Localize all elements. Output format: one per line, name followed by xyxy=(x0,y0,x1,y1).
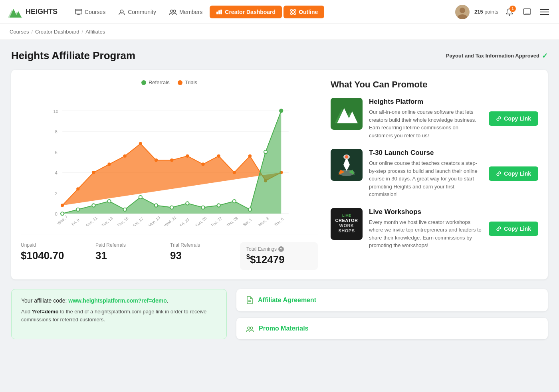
stat-total: Total Earnings ? $$12479 xyxy=(240,242,318,270)
svg-point-50 xyxy=(186,154,189,158)
svg-text:2: 2 xyxy=(55,191,57,196)
help-icon[interactable]: ? xyxy=(278,246,284,252)
doc-icon xyxy=(246,296,253,304)
t30-content: T-30 Launch Course Our online course tha… xyxy=(369,149,482,198)
nav-members[interactable]: Members xyxy=(163,6,208,18)
svg-point-48 xyxy=(155,158,158,162)
svg-point-8 xyxy=(170,10,173,12)
svg-point-22 xyxy=(460,8,465,13)
copy-link-heights-btn[interactable]: Copy Link xyxy=(489,111,538,126)
points-display: 215 points xyxy=(474,9,498,15)
affiliate-agreement-link[interactable]: Affiliate Agreement xyxy=(236,289,548,311)
svg-point-44 xyxy=(92,171,95,174)
workshops-name: Live Workshops xyxy=(369,208,482,216)
breadcrumb-affiliates[interactable]: Affiliates xyxy=(85,29,105,35)
svg-text:Wed, 7: Wed, 7 xyxy=(56,214,69,226)
affiliate-code-text: Your affiliate code: www.heightsplatform… xyxy=(21,297,217,304)
heights-platform-desc: Our all-in-one online course software th… xyxy=(369,108,482,139)
copy-link-t30-btn[interactable]: Copy Link xyxy=(489,166,538,181)
svg-point-15 xyxy=(291,12,293,14)
svg-rect-12 xyxy=(220,10,222,14)
svg-text:Sat, 1: Sat, 1 xyxy=(242,217,253,226)
svg-rect-25 xyxy=(523,9,531,14)
heights-platform-img xyxy=(331,98,363,130)
svg-text:Sun, 25: Sun, 25 xyxy=(194,216,208,226)
header-right: 215 points 1 xyxy=(455,5,551,19)
affiliate-prefix: Your affiliate code: xyxy=(21,297,68,304)
approved-badge: Payout and Tax Information Approved ✓ xyxy=(446,51,548,60)
svg-text:0: 0 xyxy=(55,212,57,216)
outline-label: Outline xyxy=(299,9,318,15)
svg-point-71 xyxy=(264,150,267,153)
promote-item-heights: Heights Platform Our all-in-one online c… xyxy=(331,98,538,139)
svg-point-9 xyxy=(173,10,176,12)
stat-trial: Trial Referrals 93 xyxy=(165,242,240,270)
paid-value: 31 xyxy=(95,249,161,262)
trial-value: 93 xyxy=(170,249,235,262)
hamburger-icon xyxy=(540,9,549,15)
notifications-btn[interactable]: 1 xyxy=(503,6,516,18)
breadcrumb-sep-1: / xyxy=(31,29,33,35)
header: HEIGHTS Courses Community Members Creato… xyxy=(0,0,559,24)
copy-link-workshops-btn[interactable]: Copy Link xyxy=(489,222,538,236)
legend-referrals: Referrals xyxy=(141,79,170,85)
svg-point-62 xyxy=(123,208,127,211)
hamburger-btn[interactable] xyxy=(538,6,551,18)
avatar[interactable] xyxy=(455,5,470,19)
nav-courses[interactable]: Courses xyxy=(69,6,111,18)
svg-point-53 xyxy=(233,171,236,174)
heights-platform-name: Heights Platform xyxy=(369,98,482,106)
promote-title: What You Can Promote xyxy=(331,79,538,90)
page-header: Heights Affiliate Program Payout and Tax… xyxy=(11,49,548,62)
svg-text:6: 6 xyxy=(55,150,57,155)
svg-text:Tue, 27: Tue, 27 xyxy=(210,216,223,226)
promo-materials-link[interactable]: Promo Materials xyxy=(236,318,548,339)
breadcrumb: Courses / Creator Dashboard / Affiliates xyxy=(0,24,559,40)
creator-dashboard-label: Creator Dashboard xyxy=(225,9,276,15)
trials-label: Trials xyxy=(185,79,197,85)
svg-point-43 xyxy=(76,187,79,190)
link-icon-3 xyxy=(496,226,502,232)
chart-section: Referrals Trials 0 2 4 6 8 1 xyxy=(21,79,318,270)
page-title: Heights Affiliate Program xyxy=(11,49,135,62)
svg-point-66 xyxy=(186,202,189,205)
svg-text:Sat, 17: Sat, 17 xyxy=(132,216,144,226)
nav-community[interactable]: Community xyxy=(113,6,162,18)
messages-btn[interactable] xyxy=(521,6,533,18)
svg-point-16 xyxy=(294,12,296,14)
svg-text:Mon, 3: Mon, 3 xyxy=(258,216,270,226)
outline-btn[interactable]: Outline xyxy=(283,6,324,18)
svg-point-67 xyxy=(201,206,204,209)
promo-icon xyxy=(246,325,254,332)
t30-img xyxy=(331,149,363,181)
svg-point-51 xyxy=(201,162,204,166)
chart-stats: Unpaid $1040.70 Paid Referrals 31 Trial … xyxy=(21,234,318,270)
promote-section: What You Can Promote Heights Platform Ou… xyxy=(331,79,538,270)
creator-dashboard-btn[interactable]: Creator Dashboard xyxy=(210,6,282,18)
affiliate-link[interactable]: www.heightsplatform.com?ref=demo xyxy=(68,297,167,304)
copy-link-label-3: Copy Link xyxy=(504,226,531,232)
svg-text:Thu, 29: Thu, 29 xyxy=(226,216,238,226)
message-icon xyxy=(523,8,531,16)
breadcrumb-courses[interactable]: Courses xyxy=(10,29,29,35)
total-label: Total Earnings ? xyxy=(246,246,311,252)
affiliate-code-box: Your affiliate code: www.heightsplatform… xyxy=(11,289,227,339)
logo[interactable]: HEIGHTS xyxy=(8,6,57,18)
promote-item-workshops: LIVE CREATOR WORK SHOPS Live Workshops E… xyxy=(331,208,538,249)
main-card-inner: Referrals Trials 0 2 4 6 8 1 xyxy=(21,79,538,270)
logo-icon xyxy=(8,6,22,18)
outline-icon xyxy=(290,9,296,15)
svg-text:Sun, 11: Sun, 11 xyxy=(85,216,98,226)
svg-point-96 xyxy=(248,327,250,329)
svg-point-60 xyxy=(92,204,95,207)
svg-point-97 xyxy=(250,327,253,329)
svg-text:Tue, 13: Tue, 13 xyxy=(101,216,113,226)
svg-point-49 xyxy=(170,158,173,162)
unpaid-label: Unpaid xyxy=(21,242,86,248)
svg-rect-3 xyxy=(75,9,82,14)
svg-point-52 xyxy=(217,154,220,158)
members-label: Members xyxy=(179,9,202,15)
svg-point-72 xyxy=(280,109,283,112)
svg-point-69 xyxy=(233,200,236,203)
breadcrumb-creator-dashboard[interactable]: Creator Dashboard xyxy=(35,29,79,35)
